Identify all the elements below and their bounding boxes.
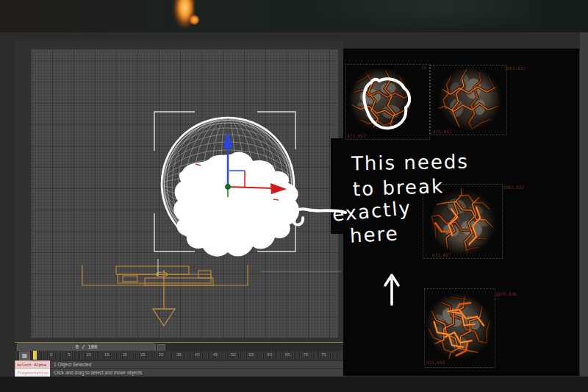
lava-sphere-render-2 bbox=[434, 65, 503, 134]
slice-coordinate: 15 bbox=[421, 65, 426, 70]
time-slider[interactable]: 0 / 100 bbox=[15, 343, 343, 351]
tick-label: 15 bbox=[104, 352, 110, 357]
flame-spark-image bbox=[190, 15, 199, 25]
tick-label: 45 bbox=[212, 352, 218, 357]
gizmo-center-dot bbox=[226, 185, 231, 190]
tick-label: 20 bbox=[122, 352, 127, 357]
slice-coordinate: 1563,513 bbox=[504, 65, 526, 71]
slice-coordinate: 471,457 bbox=[432, 252, 451, 257]
slice-coordinate: 471,457 bbox=[433, 129, 451, 134]
tick-label: 25 bbox=[140, 352, 146, 357]
top-photo-banner bbox=[0, 0, 588, 32]
slice-coordinate: 1076,836 bbox=[495, 291, 517, 296]
bottom-strip bbox=[0, 377, 588, 392]
prompt-line: Click and drag to select and move object… bbox=[50, 368, 345, 377]
tick-label: 0 bbox=[50, 352, 52, 357]
tick-label: 10 bbox=[86, 352, 91, 357]
tick-label: 30 bbox=[159, 352, 164, 357]
tick-label: 50 bbox=[231, 352, 236, 357]
selection-status: 1 Object Selected bbox=[50, 360, 345, 368]
slice-coordinate: 471,457 bbox=[347, 133, 365, 138]
smoke-image bbox=[309, 0, 529, 32]
right-edge-strip bbox=[579, 32, 588, 377]
slice-coordinate: 531,656 bbox=[426, 360, 445, 365]
tick-label: 55 bbox=[249, 352, 254, 357]
tick-label: 40 bbox=[195, 352, 200, 357]
key-filter-icon[interactable]: ▦ bbox=[19, 352, 30, 360]
lava-sphere-render-1 bbox=[347, 66, 416, 135]
lava-sphere-render-4 bbox=[422, 291, 495, 365]
tick-label: 75 bbox=[321, 352, 326, 357]
lava-sphere-render-3 bbox=[426, 185, 498, 257]
tick-label: 5 bbox=[68, 352, 71, 357]
application-window: 0 / 100 ▦ 051015202530354045505560657075… bbox=[0, 0, 588, 392]
tick-label: 60 bbox=[267, 352, 272, 357]
fragmentation-rig[interactable] bbox=[82, 265, 248, 285]
render-panel-notch bbox=[331, 138, 343, 234]
tick-label: 35 bbox=[176, 352, 182, 357]
slice-coordinate: 1063,633 bbox=[503, 185, 524, 190]
current-frame-marker[interactable] bbox=[33, 351, 37, 360]
tick-label: 65 bbox=[285, 352, 290, 357]
alpha-blob bbox=[173, 152, 299, 257]
tick-label: 70 bbox=[303, 352, 308, 357]
track-bar[interactable]: ▦ 051015202530354045505560657075 bbox=[15, 351, 343, 360]
viewport-scene bbox=[15, 40, 345, 343]
